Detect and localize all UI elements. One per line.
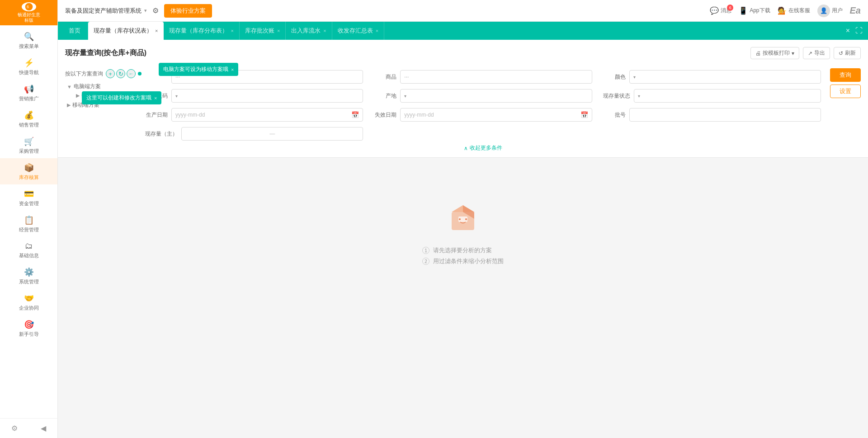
query-button[interactable]: 查询 xyxy=(830,68,861,82)
svg-point-7 xyxy=(465,218,467,220)
tab-in-out-flow-label: 出入库流水 xyxy=(291,27,321,35)
sidebar-item-guide[interactable]: 🎯 新手引导 xyxy=(0,315,57,341)
page-title-row: 现存量查询(按仓库+商品) 🖨 按模板打印 ▾ ↗ 导出 ↺ 刷新 xyxy=(65,47,861,59)
calendar-icon2: 📅 xyxy=(580,111,588,118)
empty-state: 1 请先选择要分析的方案 2 用过滤条件来缩小分析范围 xyxy=(58,158,868,304)
export-button[interactable]: ↗ 导出 xyxy=(803,47,830,59)
sidebar-item-search[interactable]: 🔍 搜索菜单 xyxy=(0,27,57,53)
tooltip-scheme-mobile: 电脑方案可设为移动方案哦 × xyxy=(159,63,238,76)
user-button[interactable]: 👤 用户 xyxy=(817,5,843,17)
empty-tips: 1 请先选择要分析的方案 2 用过滤条件来缩小分析范围 xyxy=(422,246,504,268)
message-button[interactable]: 💬 消息 6 xyxy=(710,6,731,15)
add-scheme-btn[interactable]: + xyxy=(106,69,115,78)
app-download-button[interactable]: 📱 App下载 xyxy=(739,6,770,15)
chevron-down-icon5: ▾ xyxy=(638,94,640,99)
stock-main-label: 现存量（主） xyxy=(145,130,178,138)
industry-button[interactable]: 体验行业方案 xyxy=(164,4,212,18)
avatar: 👤 xyxy=(817,5,830,17)
color-input[interactable]: ▾ xyxy=(629,70,821,84)
origin-input[interactable]: ▾ xyxy=(400,89,592,103)
sidebar-item-sales[interactable]: 💰 销售管理 xyxy=(0,106,57,132)
header-left: 装备及固定资产辅助管理系统 ▾ ⚙ 体验行业方案 xyxy=(65,4,212,18)
sidebar-settings-btn[interactable]: ⚙ xyxy=(9,422,19,434)
top-header: 装备及固定资产辅助管理系统 ▾ ⚙ 体验行业方案 💬 消息 6 📱 App下载 … xyxy=(58,0,868,22)
finance-icon: 💳 xyxy=(24,189,34,199)
sidebar: 6 畅通好生意 标版 🔍 搜索菜单 ⚡ 快捷导航 📢 营销推广 💰 销售管理 🛒… xyxy=(0,0,58,438)
sidebar-item-marketing[interactable]: 📢 营销推广 xyxy=(0,80,57,106)
sidebar-collapse-btn[interactable]: ◀ xyxy=(39,422,48,434)
sidebar-item-quicknav[interactable]: ⚡ 快捷导航 xyxy=(0,53,57,80)
enterprise-icon: 🤝 xyxy=(24,293,34,303)
tab-home[interactable]: 首页 xyxy=(61,22,88,40)
field-color: 颜色 ▾ xyxy=(603,70,821,84)
tooltip1-close-btn[interactable]: × xyxy=(231,67,234,72)
origin-label: 产地 xyxy=(374,92,396,100)
settings-icon[interactable]: ⚙ xyxy=(152,6,159,15)
system-name: 装备及固定资产辅助管理系统 xyxy=(65,7,142,15)
notification-badge: 6 xyxy=(727,5,733,11)
sidebar-item-operations[interactable]: 📋 经营管理 xyxy=(0,211,57,237)
form-grid: ··· 商品 ··· 颜色 ▾ xyxy=(145,70,821,141)
collapse-btn[interactable]: ∧ 收起更多条件 xyxy=(145,144,821,152)
refresh-icon: ↺ xyxy=(839,50,843,57)
page-title: 现存量查询(按仓库+商品) xyxy=(65,48,146,58)
tab-close-receive-send[interactable]: × xyxy=(376,28,378,33)
online-support-button[interactable]: 💁 在线客服 xyxy=(778,6,810,15)
sales-icon: 💰 xyxy=(24,110,34,120)
print-button[interactable]: 🖨 按模板打印 ▾ xyxy=(750,47,799,59)
product-input[interactable]: ··· xyxy=(400,70,592,84)
field-size: 尺码 ▾ xyxy=(145,89,363,103)
chevron-down-icon4: ▾ xyxy=(404,94,406,99)
stock-main-range: — xyxy=(181,127,363,141)
tooltip2-close-btn[interactable]: × xyxy=(154,95,157,101)
dot-connector xyxy=(138,72,142,75)
expiry-date-from[interactable]: yyyy-mm-dd 📅 xyxy=(400,108,592,122)
sidebar-item-enterprise[interactable]: 🤝 企业协同 xyxy=(0,289,57,315)
tab-close-inventory-status[interactable]: × xyxy=(155,28,158,33)
sidebar-item-inventory[interactable]: 📦 库存核算 xyxy=(0,158,57,184)
basic-icon: 🗂 xyxy=(25,241,33,251)
tip-1: 1 请先选择要分析的方案 xyxy=(422,246,504,254)
tab-bar: 首页 现存量（库存状况表） × 现存量（库存分布表） × 库存批次账 × 出入库… xyxy=(58,22,868,40)
tab-inventory-status-label: 现存量（库存状况表） xyxy=(94,27,152,35)
chevron-down-icon: ▾ xyxy=(144,8,147,14)
tab-close-batch-account[interactable]: × xyxy=(277,28,280,33)
sidebar-item-finance[interactable]: 💳 资金管理 xyxy=(0,184,57,211)
refresh-scheme-btn[interactable]: ↻ xyxy=(116,69,125,78)
refresh-button[interactable]: ↺ 刷新 xyxy=(834,47,861,59)
tab-fullscreen-btn[interactable]: ⛶ xyxy=(854,25,864,37)
tab-inventory-status[interactable]: 现存量（库存状况表） × xyxy=(88,22,164,40)
reset-button[interactable]: 设置 xyxy=(830,85,861,98)
expiry-date-label: 失效日期 xyxy=(374,111,396,119)
sidebar-bottom: ⚙ ◀ xyxy=(0,418,57,438)
sidebar-item-basic[interactable]: 🗂 基础信息 xyxy=(0,237,57,263)
field-stock-main: 现存量（主） — xyxy=(145,127,363,141)
field-expiry-date: 失效日期 yyyy-mm-dd 📅 xyxy=(374,108,592,122)
export-icon: ↗ xyxy=(808,50,812,57)
tab-close-inventory-dist[interactable]: × xyxy=(231,28,233,33)
tab-batch-account[interactable]: 库存批次账 × xyxy=(240,22,286,40)
system-selector[interactable]: 装备及固定资产辅助管理系统 ▾ xyxy=(65,7,147,15)
tab-close-in-out-flow[interactable]: × xyxy=(323,28,326,33)
sidebar-item-purchase[interactable]: 🛒 采购管理 xyxy=(0,132,57,158)
inventory-status-input[interactable]: ▾ xyxy=(634,89,821,103)
batch-label: 批号 xyxy=(603,111,626,119)
production-date-from[interactable]: yyyy-mm-dd 📅 xyxy=(171,108,363,122)
system-icon: ⚙️ xyxy=(24,267,34,277)
stock-main-input[interactable]: — xyxy=(181,127,363,141)
tab-inventory-dist[interactable]: 现存量（库存分布表） × xyxy=(164,22,239,40)
size-input[interactable]: ▾ xyxy=(171,89,363,103)
back-scheme-btn[interactable]: ← xyxy=(127,69,136,78)
tooltip-create-scheme: 这里可以创建和修改方案哦 × xyxy=(82,91,161,104)
field-inventory-status: 现存量状态 ▾ xyxy=(603,89,821,103)
purchase-icon: 🛒 xyxy=(24,137,34,146)
tab-in-out-flow[interactable]: 出入库流水 × xyxy=(286,22,332,40)
tab-receive-send[interactable]: 收发存汇总表 × xyxy=(332,22,384,40)
logo-icon: 6 xyxy=(22,2,36,11)
batch-input[interactable] xyxy=(629,108,821,122)
sidebar-item-system[interactable]: ⚙️ 系统管理 xyxy=(0,263,57,289)
tab-close-all-btn[interactable]: × xyxy=(844,25,852,37)
svg-point-6 xyxy=(459,218,461,220)
user-label: 用户 xyxy=(832,7,843,14)
tab-home-label: 首页 xyxy=(69,27,80,35)
